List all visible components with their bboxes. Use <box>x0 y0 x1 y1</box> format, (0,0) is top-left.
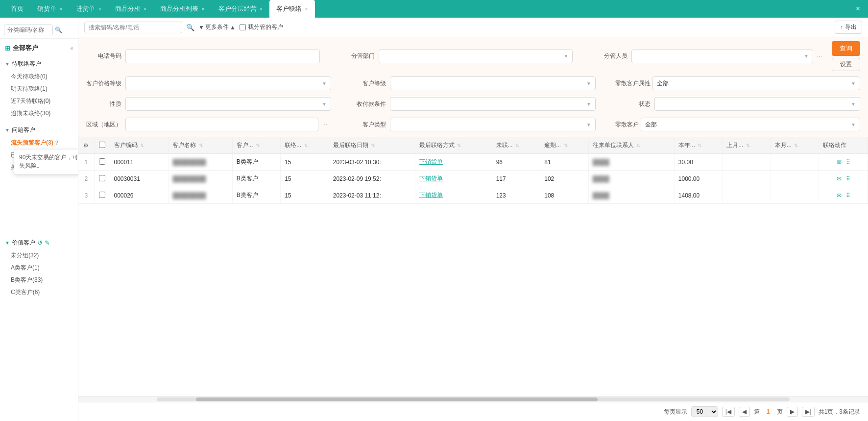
filter-customer-level: 客户等级 ▼ <box>331 75 596 92</box>
link-method-1[interactable]: 下销货单 <box>419 158 443 165</box>
tab-customercontact[interactable]: 客户联络 × <box>269 0 314 18</box>
tab-productanalysis-close[interactable]: × <box>144 6 146 12</box>
filter-customer-type-select[interactable]: ▼ <box>390 118 596 131</box>
my-customers-filter[interactable]: 我分管的客户 <box>240 23 283 31</box>
last-page-btn[interactable]: ▶| <box>802 407 815 417</box>
my-customers-checkbox[interactable] <box>240 24 246 30</box>
sidebar-search-input[interactable] <box>4 25 53 35</box>
tab-home[interactable]: 首页 <box>4 0 30 18</box>
group-pending-contact-title[interactable]: ▼ 待联络客户 <box>0 57 78 71</box>
col-checkbox[interactable] <box>94 137 110 154</box>
sidebar-item-7days[interactable]: 近7天待联络(0) <box>0 95 78 107</box>
filter-zero-attr-value: 全部 <box>657 79 669 88</box>
first-page-btn[interactable]: |◀ <box>722 407 735 417</box>
row-action-2[interactable]: ✉ ⠿ <box>819 171 868 187</box>
tab-productanalysis[interactable]: 商品分析 × <box>108 0 153 18</box>
group-problem-customers-title[interactable]: ▼ 问题客户 <box>0 124 78 137</box>
filter-status-select[interactable]: ▼ <box>654 97 860 111</box>
refresh-icon[interactable]: ↺ <box>37 239 43 247</box>
select-all-checkbox[interactable] <box>99 142 105 148</box>
filter-nature-select[interactable]: ▼ <box>125 97 331 111</box>
link-method-2[interactable]: 下销货单 <box>419 175 443 182</box>
row-select-3[interactable] <box>99 192 105 198</box>
col-last-month[interactable]: 上月... ⇅ <box>723 137 771 154</box>
row-this-month-1 <box>771 154 819 171</box>
sidebar-item-class-a[interactable]: A类客户(1) <box>0 262 78 274</box>
more-action-icon-1[interactable]: ⠿ <box>846 159 850 166</box>
tab-productanalysislist-close[interactable]: × <box>201 6 204 12</box>
scrollbar-thumb[interactable] <box>196 397 598 401</box>
search-input[interactable] <box>84 22 182 33</box>
filter-person-more[interactable]: ··· <box>813 53 826 60</box>
filter-region-more[interactable]: ··· <box>318 121 331 128</box>
col-code[interactable]: 客户编码 ⇅ <box>110 137 169 154</box>
tab-productanalysislist[interactable]: 商品分析列表 × <box>153 0 211 18</box>
prev-page-btn[interactable]: ◀ <box>739 407 750 417</box>
next-page-btn[interactable]: ▶ <box>787 407 798 417</box>
col-last-contact-method[interactable]: 最后联络方式 ⇅ <box>415 137 492 154</box>
filter-payment-select[interactable]: ▼ <box>390 97 596 111</box>
group-value-customers-title[interactable]: ▼ 价值客户 ↺ ✎ <box>0 236 78 249</box>
tab-purchaseorder[interactable]: 进货单 × <box>69 0 108 18</box>
filter-person-select[interactable]: ▼ <box>631 50 813 63</box>
contact-icon-3[interactable]: ✉ <box>837 192 842 199</box>
row-last-contact-method-3[interactable]: 下销货单 <box>415 187 492 204</box>
col-uncontacted[interactable]: 未联... ⇅ <box>492 137 540 154</box>
row-select-1[interactable] <box>99 158 105 165</box>
more-action-icon-3[interactable]: ⠿ <box>846 192 850 199</box>
filter-zero-attr-select[interactable]: 全部 ▼ <box>652 76 860 90</box>
col-this-month[interactable]: 本月... ⇅ <box>771 137 819 154</box>
current-page: 1 <box>764 407 773 416</box>
row-action-1[interactable]: ✉ ⠿ <box>819 154 868 171</box>
col-last-contact-date[interactable]: 最后联络日期 ⇅ <box>329 137 415 154</box>
filter-region-select[interactable] <box>125 118 318 131</box>
tab-salesorder-close[interactable]: × <box>59 6 62 12</box>
tab-customerlayer-close[interactable]: × <box>260 6 263 12</box>
sidebar-item-class-b[interactable]: B类客户(33) <box>0 274 78 286</box>
filter-customer-level-select[interactable]: ▼ <box>390 76 596 90</box>
contact-icon-1[interactable]: ✉ <box>837 159 842 166</box>
per-page-select[interactable]: 50 100 200 <box>691 406 718 417</box>
search-button[interactable]: 🔍 <box>186 24 194 31</box>
filter-phone-input[interactable] <box>125 50 320 63</box>
row-action-3[interactable]: ✉ ⠿ <box>819 187 868 204</box>
export-button[interactable]: ↑ 导出 <box>835 21 862 34</box>
more-filter-button[interactable]: ▼ 更多条件 ▲ <box>198 23 236 31</box>
tab-purchaseorder-close[interactable]: × <box>98 6 101 12</box>
filter-zero-customer-select[interactable]: 全部 ▼ <box>641 118 860 131</box>
sidebar-item-tomorrow[interactable]: 明天待联络(1) <box>0 83 78 95</box>
tab-customercontact-close[interactable]: × <box>305 6 308 12</box>
sort-icon9: ⇅ <box>636 143 640 148</box>
sidebar-item-class-c[interactable]: C类客户(6) <box>0 286 78 298</box>
col-contact-count[interactable]: 联络... ⇅ <box>281 137 329 154</box>
tab-salesorder[interactable]: 销货单 × <box>30 0 69 18</box>
col-overdue[interactable]: 逾期... ⇅ <box>540 137 589 154</box>
row-last-contact-method-1[interactable]: 下销货单 <box>415 154 492 171</box>
sidebar-item-unclassified[interactable]: 未分组(32) <box>0 249 78 262</box>
sidebar-item-overdue[interactable]: 逾期未联络(30) <box>0 107 78 120</box>
contact-icon-2[interactable]: ✉ <box>837 175 842 182</box>
col-type[interactable]: 客户... ⇅ <box>232 137 281 154</box>
col-settings[interactable]: ⚙ <box>78 137 94 154</box>
row-last-contact-method-2[interactable]: 下销货单 <box>415 171 492 187</box>
tab-customerlayer[interactable]: 客户分层经营 × <box>212 0 269 18</box>
col-contact-person[interactable]: 往来单位联系人 ⇅ <box>588 137 674 154</box>
col-this-year[interactable]: 本年... ⇅ <box>674 137 723 154</box>
all-customers-title[interactable]: ⊞ 全部客户 « <box>0 41 78 55</box>
filter-price-level-select[interactable]: ▼ <box>125 76 331 90</box>
close-all-tabs[interactable]: × <box>852 4 864 13</box>
col-name[interactable]: 客户名称 ⇅ <box>169 137 232 154</box>
row-select-2[interactable] <box>99 175 105 181</box>
settings-button[interactable]: 设置 <box>832 58 860 71</box>
more-action-icon-2[interactable]: ⠿ <box>846 175 850 182</box>
row-checkbox-3[interactable] <box>94 187 110 204</box>
filter-dept-select[interactable]: ▼ <box>379 50 573 63</box>
edit-icon[interactable]: ✎ <box>45 239 50 247</box>
horizontal-scrollbar[interactable] <box>78 396 868 402</box>
row-checkbox-2[interactable] <box>94 171 110 187</box>
sidebar-item-today[interactable]: 今天待联络(0) <box>0 71 78 83</box>
query-button[interactable]: 查询 <box>832 41 860 56</box>
row-checkbox-1[interactable] <box>94 154 110 171</box>
link-method-3[interactable]: 下销货单 <box>419 192 443 198</box>
sidebar-item-churn-warning[interactable]: 流失预警客户(3) ? <box>0 137 78 149</box>
